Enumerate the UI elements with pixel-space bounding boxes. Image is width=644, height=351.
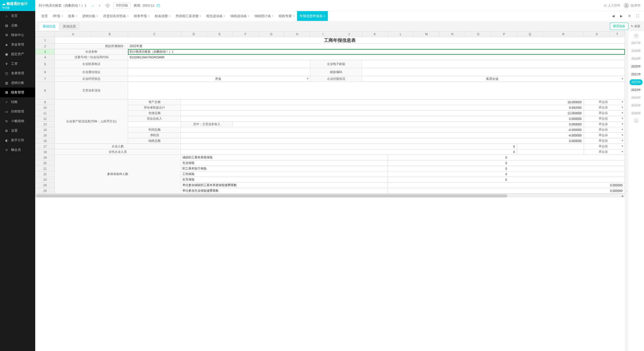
cell-value[interactable]: 0.000000	[181, 138, 584, 144]
user-menu[interactable]: 徐泽华	[624, 3, 640, 8]
subtab-basic[interactable]: 基础信息	[39, 22, 59, 30]
collapse-year-panel-icon[interactable]: ‹	[625, 31, 628, 351]
select-all-cell[interactable]	[35, 31, 55, 37]
tab[interactable]: 进销台账×	[80, 11, 101, 21]
row-number[interactable]: 3	[35, 49, 55, 55]
tab[interactable]: 税表清册×	[152, 11, 173, 21]
row-number[interactable]: 5	[35, 60, 55, 68]
subtab-other[interactable]: 其他信息	[59, 22, 80, 30]
close-icon[interactable]: ×	[61, 14, 63, 18]
column-header[interactable]: C	[128, 31, 181, 37]
row-number[interactable]: 23	[35, 177, 55, 183]
row-number[interactable]: 20	[35, 160, 55, 166]
sidebar-item[interactable]: ▤总账	[0, 21, 35, 30]
tabs-next-icon[interactable]: ▶	[618, 13, 624, 19]
cell-value[interactable]: 刘小艳演示账套（勿删勿动！）1	[128, 49, 625, 55]
cell-value[interactable]	[362, 68, 625, 76]
row-number[interactable]: 19	[35, 155, 55, 160]
year-chip[interactable]: 2026年	[630, 111, 642, 116]
cell-value[interactable]: 0	[388, 171, 625, 177]
horizontal-scrollbar[interactable]: ◀ ▶	[35, 194, 625, 198]
cell-value[interactable]: -4.000000	[181, 127, 584, 133]
tabs-close-all-icon[interactable]: ✕	[626, 13, 632, 19]
cell-value[interactable]	[128, 60, 310, 68]
tab[interactable]: 税检专家×	[276, 11, 297, 21]
close-icon[interactable]: ×	[272, 14, 274, 18]
cell-value[interactable]: 12.050000	[181, 111, 584, 116]
dropdown-cell[interactable]: 不公示	[584, 133, 625, 138]
year-chip[interactable]: 2017年	[630, 40, 642, 46]
spreadsheet[interactable]: ABCDEFGHIJKLMNOPQRST 1工商年报信息表2税款所属期间：202…	[35, 31, 625, 351]
row-number[interactable]: 7	[35, 76, 55, 82]
dropdown-cell[interactable]: 不公示	[584, 116, 625, 122]
row-number[interactable]: 17	[35, 144, 55, 149]
tab[interactable]: 年报信息申报表×	[297, 11, 328, 21]
close-icon[interactable]: ×	[199, 14, 201, 18]
column-header[interactable]: T	[610, 31, 625, 37]
dropdown-cell[interactable]: 不公示	[584, 99, 625, 105]
scroll-right-icon[interactable]: ▶	[621, 194, 625, 198]
cell-value[interactable]	[128, 68, 310, 76]
row-number[interactable]: 9	[35, 99, 55, 105]
row-number[interactable]: 21	[35, 166, 55, 171]
tab[interactable]: 纳税统计表×	[252, 11, 276, 21]
year-chip[interactable]: 2025年	[630, 103, 642, 109]
sidebar-item[interactable]: ⌂首页	[0, 11, 35, 21]
close-icon[interactable]: ×	[224, 14, 225, 18]
close-icon[interactable]: ×	[127, 14, 129, 18]
dropdown-cell[interactable]: 不公示	[584, 127, 625, 133]
calendar-icon[interactable]	[156, 4, 160, 7]
year-chip[interactable]: 2020年	[630, 64, 642, 69]
row-number[interactable]: 4	[35, 55, 55, 60]
gear-icon[interactable]	[105, 3, 110, 8]
support-hotline[interactable]: 人工咨询	[603, 3, 620, 8]
tab[interactable]: i申报×	[50, 11, 65, 21]
sidebar-item[interactable]: ▣固定资产	[0, 49, 35, 59]
column-header[interactable]: B	[91, 31, 128, 37]
tab[interactable]: 所得税汇算清缴×	[173, 11, 204, 21]
sidebar-item[interactable]: ◫发票管理	[0, 68, 35, 78]
cell-value[interactable]: 0	[181, 149, 517, 155]
year-chip[interactable]: 2018年	[630, 48, 642, 54]
row-number[interactable]: 10	[35, 105, 55, 111]
cell-value[interactable]: 0	[181, 144, 517, 149]
dropdown-cell[interactable]: 私营企业	[362, 76, 625, 82]
year-chip[interactable]: 2024年	[630, 95, 642, 101]
fullscreen-icon[interactable]: ⛶	[634, 13, 640, 19]
dropdown-cell[interactable]: 不公示	[584, 122, 625, 127]
sidebar-item[interactable]: V畅会员	[0, 145, 35, 155]
column-header[interactable]: O	[465, 31, 491, 37]
row-number[interactable]: 2	[35, 44, 55, 49]
dropdown-cell[interactable]: 不公示	[584, 105, 625, 111]
cell-value[interactable]: 2022年度	[128, 44, 625, 49]
column-header[interactable]: M	[414, 31, 439, 37]
logo[interactable]: ☁ 畅捷通好会计 专业版	[0, 0, 35, 11]
close-icon[interactable]: ×	[96, 14, 98, 18]
row-number[interactable]: 12	[35, 116, 55, 122]
cell-value[interactable]: 0.000000	[232, 122, 584, 127]
dropdown-cell[interactable]: 不公示	[584, 144, 625, 149]
column-header[interactable]: E	[207, 31, 233, 37]
column-header[interactable]: N	[439, 31, 465, 37]
row-number[interactable]: 14	[35, 127, 55, 133]
cell-value[interactable]	[128, 82, 625, 99]
year-chip[interactable]: 2019年	[630, 56, 642, 62]
scrollbar-thumb[interactable]	[36, 194, 507, 197]
close-icon[interactable]: ×	[248, 14, 250, 18]
tab[interactable]: 纳税波动表×	[228, 11, 252, 21]
sidebar-item[interactable]: ▭归档管理	[0, 107, 35, 116]
column-header[interactable]: D	[181, 31, 207, 37]
column-header[interactable]: K	[362, 31, 388, 37]
close-icon[interactable]: ×	[75, 14, 77, 18]
tab[interactable]: 发票×	[65, 11, 80, 21]
row-number[interactable]: 11	[35, 111, 55, 116]
close-icon[interactable]: ×	[324, 14, 325, 18]
cell-value[interactable]: 0	[388, 160, 625, 166]
cell-value[interactable]: 18.050000	[181, 99, 584, 105]
column-header[interactable]: G	[258, 31, 284, 37]
dropdown-cell[interactable]: 不公示	[584, 149, 625, 155]
cell-value[interactable]: 0	[388, 155, 625, 160]
year-chip[interactable]: 2023年	[630, 87, 642, 93]
cell-value[interactable]: 0	[388, 166, 625, 171]
sidebar-item[interactable]: ¥工资	[0, 59, 35, 68]
